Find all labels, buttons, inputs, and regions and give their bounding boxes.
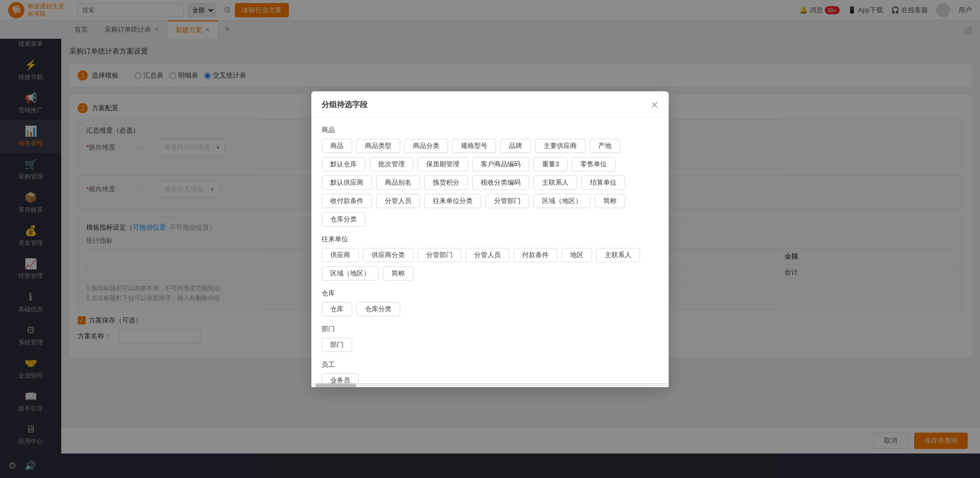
modal-header: 分组待选字段 ✕ — [311, 91, 669, 117]
field-tag-0-5[interactable]: 主要供应商 — [535, 139, 585, 153]
field-tag-0-8[interactable]: 批次管理 — [370, 157, 413, 171]
field-tag-0-12[interactable]: 零售单位 — [572, 157, 616, 171]
field-tag-0-17[interactable]: 主联系人 — [533, 175, 577, 190]
field-tag-1-6[interactable]: 主联系人 — [596, 248, 640, 262]
field-tag-1-1[interactable]: 供应商分类 — [363, 248, 413, 262]
field-tag-0-15[interactable]: 拣货积分 — [424, 175, 468, 190]
field-tag-0-13[interactable]: 默认供应商 — [322, 175, 372, 190]
field-tag-0-18[interactable]: 结算单位 — [581, 175, 625, 190]
field-tag-0-3[interactable]: 规格型号 — [452, 139, 496, 153]
modal-section-tags-3: 部门 — [322, 338, 658, 352]
field-tag-0-24[interactable]: 简称 — [595, 194, 625, 208]
field-tag-0-22[interactable]: 分管部门 — [485, 194, 529, 208]
field-tag-0-4[interactable]: 品牌 — [500, 139, 531, 153]
modal-section-2: 仓库仓库仓库分类 — [322, 289, 658, 316]
field-tag-1-7[interactable]: 区域（地区） — [322, 266, 379, 281]
field-tag-0-21[interactable]: 往来单位分类 — [424, 194, 481, 208]
field-tag-0-16[interactable]: 税收分类编码 — [472, 175, 529, 190]
field-tag-4-0[interactable]: 业务员 — [322, 373, 359, 383]
modal-section-title-2: 仓库 — [322, 289, 658, 298]
modal-section-tags-0: 商品商品类型商品分类规格型号品牌主要供应商产地默认仓库批次管理保质期管理客户商品… — [322, 139, 658, 227]
field-tag-0-2[interactable]: 商品分类 — [404, 139, 448, 153]
field-tag-0-25[interactable]: 仓库分类 — [322, 212, 365, 227]
modal-section-0: 商品商品商品类型商品分类规格型号品牌主要供应商产地默认仓库批次管理保质期管理客户… — [322, 125, 658, 227]
modal-dialog: 分组待选字段 ✕ 商品商品商品类型商品分类规格型号品牌主要供应商产地默认仓库批次… — [311, 91, 669, 387]
field-tag-0-14[interactable]: 商品别名 — [376, 175, 420, 190]
modal-section-3: 部门部门 — [322, 324, 658, 352]
field-tag-0-23[interactable]: 区域（地区） — [533, 194, 591, 208]
modal-hscroll[interactable] — [311, 383, 669, 387]
field-tag-0-9[interactable]: 保质期管理 — [418, 157, 468, 171]
field-tag-1-5[interactable]: 地区 — [561, 248, 592, 262]
field-tag-3-0[interactable]: 部门 — [322, 338, 352, 352]
modal-overlay[interactable]: 分组待选字段 ✕ 商品商品商品类型商品分类规格型号品牌主要供应商产地默认仓库批次… — [0, 0, 980, 454]
modal-section-title-3: 部门 — [322, 324, 658, 334]
modal-section-1: 往来单位供应商供应商分类分管部门分管人员付款条件地区主联系人区域（地区）简称 — [322, 235, 658, 281]
field-tag-0-10[interactable]: 客户商品编码 — [472, 157, 529, 171]
modal-title: 分组待选字段 — [322, 100, 368, 110]
field-tag-2-1[interactable]: 仓库分类 — [356, 302, 400, 316]
field-tag-1-2[interactable]: 分管部门 — [418, 248, 461, 262]
modal-section-4: 员工业务员 — [322, 360, 658, 383]
field-tag-0-19[interactable]: 收付款条件 — [322, 194, 372, 208]
field-tag-2-0[interactable]: 仓库 — [322, 302, 352, 316]
field-tag-0-7[interactable]: 默认仓库 — [322, 157, 365, 171]
field-tag-0-11[interactable]: 重量3 — [533, 157, 568, 171]
field-tag-0-6[interactable]: 产地 — [590, 139, 620, 153]
modal-section-title-0: 商品 — [322, 125, 658, 135]
modal-close-button[interactable]: ✕ — [651, 99, 658, 111]
field-tag-0-0[interactable]: 商品 — [322, 139, 352, 153]
field-tag-0-20[interactable]: 分管人员 — [376, 194, 420, 208]
field-tag-1-4[interactable]: 付款条件 — [513, 248, 557, 262]
modal-section-tags-2: 仓库仓库分类 — [322, 302, 658, 316]
field-tag-1-8[interactable]: 简称 — [383, 266, 413, 281]
field-tag-0-1[interactable]: 商品类型 — [356, 139, 400, 153]
field-tag-1-0[interactable]: 供应商 — [322, 248, 359, 262]
modal-section-tags-1: 供应商供应商分类分管部门分管人员付款条件地区主联系人区域（地区）简称 — [322, 248, 658, 281]
field-tag-1-3[interactable]: 分管人员 — [465, 248, 509, 262]
modal-body: 商品商品商品类型商品分类规格型号品牌主要供应商产地默认仓库批次管理保质期管理客户… — [311, 117, 669, 383]
modal-section-title-4: 员工 — [322, 360, 658, 369]
modal-section-tags-4: 业务员 — [322, 373, 658, 383]
modal-section-title-1: 往来单位 — [322, 235, 658, 244]
